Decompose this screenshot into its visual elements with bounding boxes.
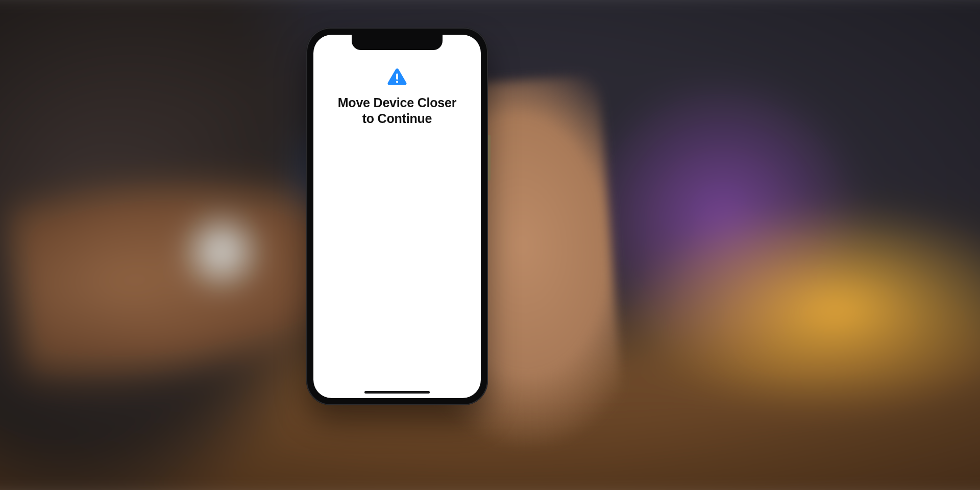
prompt-title-line-2: to Continue <box>362 111 432 126</box>
warning-triangle-icon <box>387 67 407 88</box>
prompt-title-line-1: Move Device Closer <box>338 95 457 110</box>
svg-rect-0 <box>396 74 398 80</box>
home-indicator <box>364 391 430 394</box>
device-notch <box>352 35 443 50</box>
proximity-prompt: Move Device Closer to Continue <box>313 35 481 398</box>
prompt-title: Move Device Closer to Continue <box>324 95 471 127</box>
svg-point-1 <box>396 81 398 83</box>
iphone-device-frame: Move Device Closer to Continue <box>306 28 488 405</box>
device-side-button <box>488 135 491 181</box>
device-screen: Move Device Closer to Continue <box>313 35 481 398</box>
